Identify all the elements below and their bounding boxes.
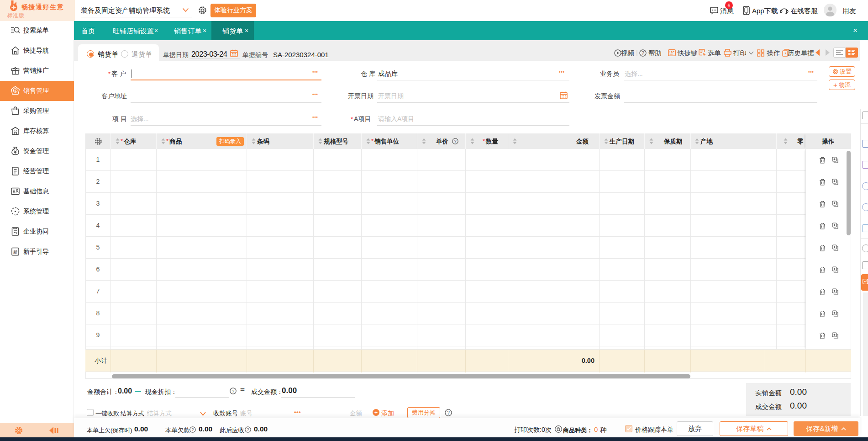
svg-text:?: ? bbox=[247, 427, 249, 432]
svg-text:?: ? bbox=[454, 139, 456, 143]
svg-text:?: ? bbox=[191, 427, 194, 432]
svg-text:?: ? bbox=[447, 410, 450, 415]
svg-text:新: 新 bbox=[13, 250, 17, 255]
svg-text:?: ? bbox=[232, 388, 234, 393]
svg-text:?: ? bbox=[642, 51, 644, 56]
